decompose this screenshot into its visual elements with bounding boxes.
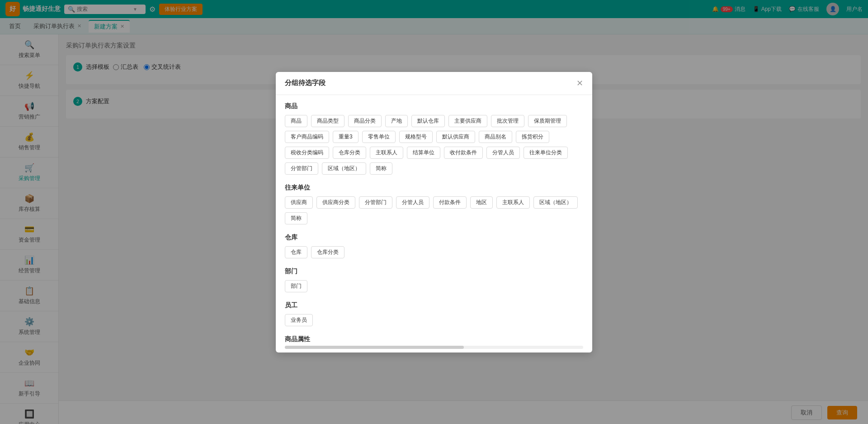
field-tag-payment-terms[interactable]: 收付款条件 — [444, 147, 483, 159]
modal-close-button[interactable]: ✕ — [576, 78, 583, 88]
field-tag-supplier-category[interactable]: 供应商分类 — [316, 196, 355, 209]
field-tag-partner-short[interactable]: 简称 — [285, 212, 307, 224]
field-tag-short-name[interactable]: 简称 — [370, 162, 392, 175]
section-department-fields: 部门 — [285, 280, 583, 292]
field-tag-batch-mgmt[interactable]: 批次管理 — [491, 115, 524, 127]
field-tag-main-supplier[interactable]: 主要供应商 — [448, 115, 487, 127]
field-tag-partner-dept[interactable]: 分管部门 — [359, 196, 392, 209]
field-tag-main-contact[interactable]: 主联系人 — [370, 147, 403, 159]
field-tag-region[interactable]: 区域（地区） — [322, 162, 366, 175]
field-tag-warehouse-category[interactable]: 仓库分类 — [333, 147, 366, 159]
section-product-attr: 商品属性 属性 颜色 多规格 尺码 鞋码 1 — [285, 335, 583, 346]
section-product-fields: 商品 商品类型 商品分类 产地 默认仓库 主要供应商 批次管理 保质期管理 客户… — [285, 115, 583, 175]
field-tag-expiry-mgmt[interactable]: 保质期管理 — [528, 115, 567, 127]
field-tag-weight3[interactable]: 重量3 — [333, 131, 359, 143]
modal-title: 分组待选字段 — [285, 79, 326, 87]
field-tag-salesperson[interactable]: 业务员 — [285, 314, 313, 326]
field-tag-department[interactable]: 部门 — [285, 280, 307, 292]
field-tag-partner-category[interactable]: 往来单位分类 — [524, 147, 568, 159]
modal-overlay: 分组待选字段 ✕ 商品 商品 商品类型 商品分类 产地 默认仓库 主要供应商 批… — [0, 0, 868, 424]
field-tag-product[interactable]: 商品 — [285, 115, 307, 127]
section-department-title: 部门 — [285, 267, 583, 276]
field-tag-settlement-unit[interactable]: 结算单位 — [407, 147, 440, 159]
field-tag-product-alias[interactable]: 商品别名 — [479, 131, 512, 143]
field-tag-partner-contact[interactable]: 主联系人 — [496, 196, 530, 209]
field-tag-warehouse-cat[interactable]: 仓库分类 — [311, 246, 344, 258]
section-partner-fields: 供应商 供应商分类 分管部门 分管人员 付款条件 地区 主联系人 区域（地区） … — [285, 196, 583, 224]
horizontal-scrollbar[interactable] — [285, 346, 583, 349]
field-tag-pick-score[interactable]: 拣货积分 — [516, 131, 549, 143]
field-select-modal: 分组待选字段 ✕ 商品 商品 商品类型 商品分类 产地 默认仓库 主要供应商 批… — [276, 72, 592, 353]
field-tag-tax-code[interactable]: 税收分类编码 — [285, 147, 329, 159]
section-warehouse: 仓库 仓库 仓库分类 — [285, 233, 583, 258]
section-product-title: 商品 — [285, 102, 583, 110]
section-partner-title: 往来单位 — [285, 184, 583, 192]
section-department: 部门 部门 — [285, 267, 583, 292]
section-partner: 往来单位 供应商 供应商分类 分管部门 分管人员 付款条件 地区 主联系人 区域… — [285, 184, 583, 224]
section-employee: 员工 业务员 — [285, 301, 583, 326]
field-tag-origin[interactable]: 产地 — [385, 115, 408, 127]
field-tag-retail-unit[interactable]: 零售单位 — [362, 131, 396, 143]
field-tag-payment-condition[interactable]: 付款条件 — [433, 196, 467, 209]
section-employee-fields: 业务员 — [285, 314, 583, 326]
field-tag-district[interactable]: 地区 — [470, 196, 493, 209]
field-tag-customer-code[interactable]: 客户商品编码 — [285, 131, 329, 143]
field-tag-default-warehouse[interactable]: 默认仓库 — [411, 115, 445, 127]
field-tag-partner-region[interactable]: 区域（地区） — [533, 196, 578, 209]
section-warehouse-fields: 仓库 仓库分类 — [285, 246, 583, 258]
field-tag-dept[interactable]: 分管部门 — [285, 162, 318, 175]
section-product: 商品 商品 商品类型 商品分类 产地 默认仓库 主要供应商 批次管理 保质期管理… — [285, 102, 583, 175]
section-employee-title: 员工 — [285, 301, 583, 310]
modal-body: 商品 商品 商品类型 商品分类 产地 默认仓库 主要供应商 批次管理 保质期管理… — [276, 95, 592, 346]
section-warehouse-title: 仓库 — [285, 233, 583, 242]
h-scrollbar-thumb — [285, 346, 464, 349]
field-tag-supplier[interactable]: 供应商 — [285, 196, 313, 209]
field-tag-spec-model[interactable]: 规格型号 — [399, 131, 433, 143]
field-tag-warehouse[interactable]: 仓库 — [285, 246, 307, 258]
modal-header: 分组待选字段 ✕ — [276, 72, 592, 95]
field-tag-supervisor[interactable]: 分管人员 — [486, 147, 520, 159]
field-tag-product-type[interactable]: 商品类型 — [311, 115, 344, 127]
field-tag-partner-supervisor[interactable]: 分管人员 — [396, 196, 429, 209]
field-tag-default-supplier[interactable]: 默认供应商 — [436, 131, 475, 143]
field-tag-product-category[interactable]: 商品分类 — [348, 115, 382, 127]
section-product-attr-title: 商品属性 — [285, 335, 583, 343]
